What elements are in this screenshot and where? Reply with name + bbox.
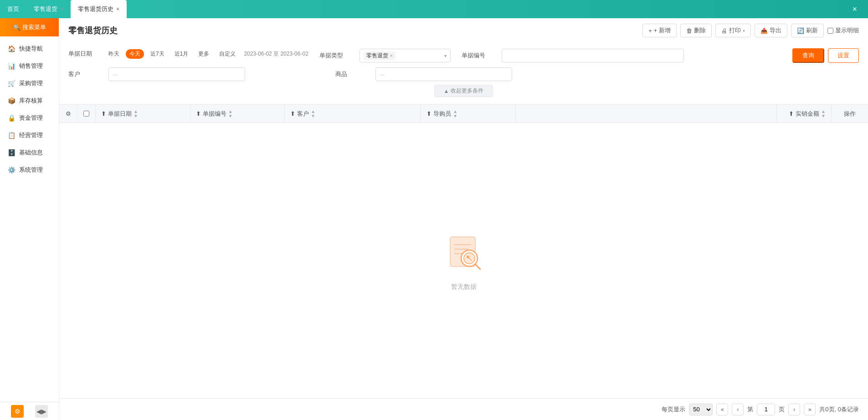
tab-retail-return[interactable]: 零售退货 × <box>26 0 71 18</box>
customer-filter-input[interactable]: ··· <box>108 67 245 81</box>
sidebar-item-basic-info[interactable]: 🗄️ 基础信息 <box>0 144 59 161</box>
tab-retail-return-close[interactable]: × <box>60 6 63 12</box>
header-actions: + + 新增 🗑 删除 🖨 打印 ▾ 📤 导出 <box>642 24 859 37</box>
th-customer[interactable]: ⬆ 客户 ▲▼ <box>285 105 421 123</box>
empty-text: 暂无数据 <box>451 283 477 291</box>
th-date[interactable]: ⬆ 单据日期 ▲▼ <box>96 105 190 123</box>
refresh-label: 刷新 <box>806 26 818 35</box>
sidebar-item-purchase-mgmt[interactable]: 🛒 采购管理 <box>0 75 59 92</box>
page-title: 零售退货历史 <box>68 25 118 36</box>
display-detail-checkbox[interactable]: 显示明细 <box>827 26 859 35</box>
select-all-checkbox[interactable] <box>83 111 89 117</box>
date-btn-today[interactable]: 今天 <box>126 49 144 59</box>
per-page-select[interactable]: 50 10 20 100 <box>689 404 713 415</box>
empty-state: 暂无数据 <box>59 123 868 398</box>
export-icon: 📤 <box>760 27 768 34</box>
print-button[interactable]: 🖨 打印 ▾ <box>715 24 751 37</box>
finance-icon: 🔒 <box>7 114 15 122</box>
th-number-sort-icon: ▲▼ <box>228 109 233 118</box>
th-action: 操作 <box>832 105 868 123</box>
type-tag-value: 零售退货 <box>366 52 388 60</box>
new-button[interactable]: + + 新增 <box>642 24 677 37</box>
page-unit: 页 <box>779 405 785 414</box>
type-tag-remove[interactable]: × <box>390 53 393 58</box>
settings-icon: ⚙ <box>66 110 71 117</box>
sidebar-item-basic-info-label: 基础信息 <box>19 149 43 157</box>
gear-button[interactable]: ⚙ <box>11 405 24 418</box>
sidebar-search[interactable]: 🔍 搜索菜单 <box>0 18 59 36</box>
th-action-text: 操作 <box>844 110 856 118</box>
th-number-label: ⬆ <box>196 110 201 117</box>
th-amount-label: ⬆ <box>789 110 794 117</box>
date-btn-7days[interactable]: 近7天 <box>147 49 168 59</box>
per-page-label: 每页显示 <box>662 405 685 414</box>
sidebar-item-finance[interactable]: 🔒 资金管理 <box>0 109 59 127</box>
page-prev-button[interactable]: ‹ <box>732 404 744 415</box>
sidebar-item-system[interactable]: ⚙️ 系统管理 <box>0 161 59 179</box>
sidebar-item-quick-nav[interactable]: 🏠 快捷导航 <box>0 40 59 57</box>
page-header: 零售退货历史 + + 新增 🗑 删除 🖨 打印 ▾ <box>59 18 868 105</box>
th-number-text: 单据编号 <box>203 110 226 118</box>
th-guide-sort-icon: ▲▼ <box>453 109 457 118</box>
page-next-button[interactable]: › <box>788 404 800 415</box>
type-tag: 零售退货 × <box>364 51 395 60</box>
page-number-input[interactable] <box>757 404 775 415</box>
th-guide[interactable]: ⬆ 导购员 ▲▼ <box>421 105 516 123</box>
sidebar-nav: 🏠 快捷导航 📊 销售管理 🛒 采购管理 📦 库存核算 🔒 资金管理 📋 <box>0 36 59 402</box>
date-btn-more[interactable]: 更多 <box>195 49 213 59</box>
number-filter-input[interactable] <box>502 49 684 62</box>
new-label: + 新增 <box>654 26 671 35</box>
tab-retail-return-history[interactable]: 零售退货历史 × <box>71 0 127 18</box>
th-date-sort-icon: ▲▼ <box>134 109 138 118</box>
setting-button[interactable]: 设置 <box>828 48 859 63</box>
top-bar: 首页 零售退货 × 零售退货历史 × × <box>0 0 868 18</box>
date-range-display: 2023-06-02 至 2023-06-02 <box>244 50 308 58</box>
basic-info-icon: 🗄️ <box>7 149 15 157</box>
volume-button[interactable]: ◀▶ <box>35 405 48 418</box>
sidebar-item-inventory-label: 库存核算 <box>19 97 43 105</box>
system-icon: ⚙️ <box>7 166 15 174</box>
sidebar-item-purchase-mgmt-label: 采购管理 <box>19 79 43 87</box>
th-amount[interactable]: ⬆ 实销金额 ▲▼ <box>777 105 832 123</box>
sidebar-item-sales-mgmt[interactable]: 📊 销售管理 <box>0 57 59 75</box>
query-button[interactable]: 查询 <box>792 48 824 63</box>
print-label: 打印 <box>729 26 741 35</box>
date-btn-custom[interactable]: 自定义 <box>216 49 239 59</box>
type-select[interactable]: 零售退货 × ▾ <box>360 49 451 62</box>
sidebar-item-operation[interactable]: 📋 经营管理 <box>0 127 59 144</box>
tab-home-label: 首页 <box>7 5 19 13</box>
th-number[interactable]: ⬆ 单据编号 ▲▼ <box>190 105 285 123</box>
export-button[interactable]: 📤 导出 <box>755 24 787 37</box>
new-icon: + <box>648 27 652 34</box>
th-settings[interactable]: ⚙ <box>59 105 77 123</box>
th-date-label: ⬆ <box>101 110 106 117</box>
sales-icon: 📊 <box>7 62 15 70</box>
tab-retail-return-history-close[interactable]: × <box>116 6 119 12</box>
sidebar-item-inventory[interactable]: 📦 库存核算 <box>0 92 59 109</box>
tab-home[interactable]: 首页 <box>0 0 26 18</box>
page-first-button[interactable]: « <box>716 404 728 415</box>
main-layout: 🔍 搜索菜单 🏠 快捷导航 📊 销售管理 🛒 采购管理 📦 库存核算 🔒 <box>0 18 868 420</box>
customer-filter-label: 客户 <box>68 70 105 78</box>
th-amount-sort-icon: ▲▼ <box>821 109 826 118</box>
page-last-button[interactable]: » <box>804 404 816 415</box>
collapse-button[interactable]: ▲ 收起更多条件 <box>434 85 493 97</box>
home-icon: 🏠 <box>7 45 15 53</box>
sidebar-item-quick-nav-label: 快捷导航 <box>19 45 43 53</box>
empty-illustration <box>441 230 487 276</box>
refresh-button[interactable]: 🔄 刷新 <box>791 24 824 37</box>
collapse-label: 收起更多条件 <box>451 87 483 95</box>
th-spacer <box>516 105 777 123</box>
type-select-arrow-icon: ▾ <box>444 53 447 58</box>
refresh-icon: 🔄 <box>797 27 804 34</box>
th-amount-text: 实销金额 <box>796 110 819 118</box>
th-customer-text: 客户 <box>297 110 309 118</box>
print-dropdown-icon: ▾ <box>743 28 745 33</box>
close-window-icon[interactable]: × <box>848 3 861 16</box>
display-detail-input[interactable] <box>827 28 833 34</box>
date-btn-yesterday[interactable]: 昨天 <box>105 49 123 59</box>
date-btn-1month[interactable]: 近1月 <box>171 49 192 59</box>
delete-button[interactable]: 🗑 删除 <box>680 24 712 37</box>
goods-filter-input[interactable]: ··· <box>375 67 512 81</box>
th-checkbox[interactable] <box>77 105 96 123</box>
